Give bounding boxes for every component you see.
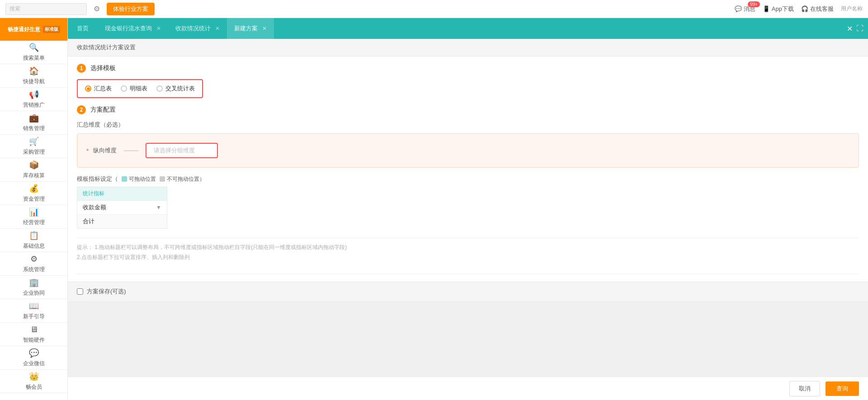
sidebar-item-weixin[interactable]: 💬 企业微信 [0,346,67,370]
support-item[interactable]: 🎧 在线客服 [801,5,834,13]
radio-summary[interactable]: 汇总表 [85,85,112,93]
sidebar-label-guide: 新手引导 [23,313,45,320]
search-bar[interactable]: 搜索 [5,3,87,15]
sidebar-label-basic-info: 基础信息 [23,242,45,250]
tab-new-plan-close-icon[interactable]: ✕ [262,25,267,32]
page-content: 收款情况统计方案设置 1 选择模板 汇总表 [68,39,868,301]
sidebar-item-hardware[interactable]: 🖥 智能硬件 [0,323,67,346]
tips-line1: 提示： 1.拖动标题栏可以调整布局，不可跨维度或指标区域拖动栏目字段(只能在同一… [77,243,859,253]
tab-bar-actions: ✕ ⛶ [847,24,863,33]
sidebar-item-operations[interactable]: 📊 经营管理 [0,205,67,229]
sidebar-item-guide[interactable]: 📖 新手引导 [0,299,67,323]
dim-select-box[interactable]: 请选择分组维度 [146,143,218,158]
radio-summary-btn[interactable] [85,85,91,92]
purchase-icon: 🛒 [29,136,39,146]
indicator-table: 统计指标 收款金额 ▼ 合计 [77,187,167,229]
tab-new-plan-label: 新建方案 [234,24,258,33]
sidebar-item-home[interactable]: 🏠 快捷导航 [0,64,67,88]
notification-icon: 💬 [735,5,742,12]
trial-button[interactable]: 体验行业方案 [107,3,155,15]
sidebar-item-sales[interactable]: 💼 销售管理 [0,111,67,135]
sidebar-item-member[interactable]: 👑 畅会员 [0,370,67,393]
tab-bar: 首页 现金银行流水查询 ✕ 收款情况统计 ✕ 新建方案 ✕ ✕ ⛶ [68,18,868,39]
cancel-button[interactable]: 取消 [789,381,820,396]
step1-header: 1 选择模板 [77,64,859,73]
tab-receipt-close-icon[interactable]: ✕ [215,25,220,32]
step2-title: 方案配置 [90,106,116,114]
header-right: 💬 消息 99+ 📱 App下载 🎧 在线客服 用户名称 [735,5,863,13]
weixin-icon: 💬 [29,348,39,358]
window-close-icon[interactable]: ✕ [847,24,853,33]
vertical-dim-label: 纵向维度 [93,146,117,155]
content-area: 收款情况统计方案设置 1 选择模板 汇总表 [68,39,868,376]
step1-badge: 1 [77,64,86,73]
indicator-row-amount[interactable]: 收款金额 ▼ [77,201,167,214]
fullscreen-icon[interactable]: ⛶ [856,24,863,33]
sidebar-label-weixin: 企业微信 [23,360,45,367]
operations-icon: 📊 [29,207,39,217]
sidebar-item-basic-info[interactable]: 📋 基础信息 [0,229,67,252]
page-title: 收款情况统计方案设置 [77,44,136,51]
sidebar-item-marketing[interactable]: 📢 营销推广 [0,88,67,111]
tab-receipt-stats[interactable]: 收款情况统计 ✕ [168,18,227,39]
indicator-label: 模板指标设定（ 可拖动位置 不可拖动位置） [77,175,859,183]
radio-detail-btn[interactable] [121,85,127,92]
header-left: 搜索 ⚙ 体验行业方案 [5,3,155,15]
notification-item[interactable]: 💬 消息 99+ [735,5,755,13]
movable-badge: 可拖动位置 [122,175,156,183]
download-item[interactable]: 📱 App下载 [763,5,794,13]
page-title-bar: 收款情况统计方案设置 [68,39,868,56]
hardware-icon: 🖥 [30,325,38,334]
unmovable-badge: 不可拖动位置） [160,175,205,183]
sidebar-logo: 畅捷通好生意 标准版 [0,18,67,41]
sidebar-label-member: 畅会员 [26,383,42,391]
sidebar-label-search: 搜索菜单 [23,54,45,62]
notification-badge: 99+ [748,1,760,7]
user-info: 用户名称 [841,5,863,13]
tab-home[interactable]: 首页 [68,18,98,39]
home-icon: 🏠 [29,66,39,76]
save-checkbox[interactable] [77,288,83,295]
indicator-settings: 模板指标设定（ 可拖动位置 不可拖动位置） [77,175,859,229]
dim-select-placeholder: 请选择分组维度 [154,147,195,154]
sidebar-item-enterprise[interactable]: 🏢 企业协同 [0,276,67,299]
support-icon: 🎧 [801,5,808,12]
tab-bank-close-icon[interactable]: ✕ [156,25,161,32]
indicator-amount-dropdown[interactable]: ▼ [156,204,161,211]
section-container: 1 选择模板 汇总表 明细表 [68,56,868,282]
required-star: * [86,147,89,154]
gear-icon[interactable]: ⚙ [90,3,103,15]
indicator-amount-label: 收款金额 [83,203,106,212]
footer-bar: 取消 查询 [68,376,868,400]
finance-icon: 💰 [29,184,39,193]
indicator-table-header: 统计指标 [77,187,167,201]
marketing-icon: 📢 [29,89,39,99]
radio-detail[interactable]: 明细表 [121,85,147,93]
indicator-row-total: 合计 [77,214,167,228]
download-icon: 📱 [763,5,770,12]
query-button[interactable]: 查询 [826,381,859,396]
sidebar-item-system[interactable]: ⚙ 系统管理 [0,252,67,276]
sales-icon: 💼 [29,113,39,123]
sidebar-label-enterprise: 企业协同 [23,289,45,297]
movable-label: 可拖动位置 [129,175,156,183]
step1-title: 选择模板 [90,64,116,72]
sidebar-item-search[interactable]: 🔍 搜索菜单 [0,41,67,64]
sidebar-item-finance[interactable]: 💰 资金管理 [0,182,67,205]
tips-section: 提示： 1.拖动标题栏可以调整布局，不可跨维度或指标区域拖动栏目字段(只能在同一… [77,238,859,267]
step2-section: 2 方案配置 汇总维度（必选） * 纵向维度 —— [77,105,859,274]
radio-cross-btn[interactable] [156,85,163,92]
tab-receipt-stats-label: 收款情况统计 [175,24,211,33]
sidebar-label-purchase: 采购管理 [23,148,45,156]
basic-info-icon: 📋 [29,231,39,240]
dimension-row: * 纵向维度 —— 请选择分组维度 [86,143,849,158]
movable-dot [122,176,127,182]
template-selection: 汇总表 明细表 交叉统计表 [77,79,203,98]
sidebar-item-inventory[interactable]: 📦 库存核算 [0,158,67,182]
dimension-area: * 纵向维度 —— 请选择分组维度 [77,133,859,168]
radio-cross[interactable]: 交叉统计表 [156,85,195,93]
sidebar-item-purchase[interactable]: 🛒 采购管理 [0,135,67,158]
tab-new-plan[interactable]: 新建方案 ✕ [227,18,274,39]
step2-badge: 2 [77,105,86,114]
tab-bank-query[interactable]: 现金银行流水查询 ✕ [98,18,168,39]
